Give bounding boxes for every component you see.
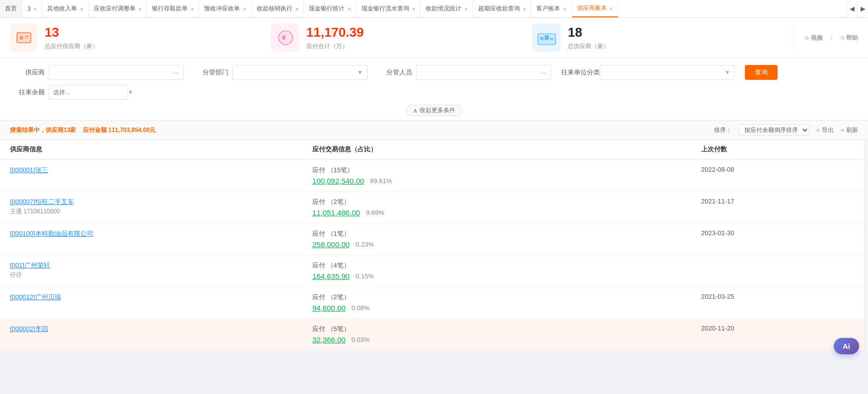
total-suppliers-icon xyxy=(533,24,561,52)
payable-amount-link[interactable]: 164,635.90 xyxy=(312,272,350,280)
collapse-button[interactable]: ∧ 收起更多条件 xyxy=(406,105,463,116)
nav-tab-home[interactable]: 首页 xyxy=(0,0,22,17)
svg-rect-11 xyxy=(540,40,554,40)
supplier-info-cell: [000007]恒旺二手叉车王通 17106110000 xyxy=(0,192,302,223)
summary-card-total-suppliers: 18 总供应商（家） xyxy=(533,24,795,52)
nav-tab-prepay-label: 预收冲应收单 xyxy=(204,4,240,13)
payable-amount-link[interactable]: 32,366.00 xyxy=(312,335,346,344)
nav-tab-overdue-label: 超期应收款查询 xyxy=(478,4,520,13)
person-input-wrapper[interactable]: ··· xyxy=(416,65,551,80)
dept-chevron-icon[interactable]: ▼ xyxy=(357,69,363,76)
refresh-icon: ○ xyxy=(841,127,844,133)
result-actions: 排序： 按应付余额倒序排序 ○ 导出 ○ 刷新 xyxy=(714,125,859,135)
ai-button[interactable]: Ai xyxy=(834,338,859,350)
right-scrollbar[interactable] xyxy=(864,140,868,350)
nav-tab-home-label: 首页 xyxy=(5,4,17,13)
supplier-link[interactable]: [000001]张三 xyxy=(10,166,48,174)
close-icon-adjustment[interactable]: × xyxy=(139,6,142,12)
payable-info-cell: 应付 （5笔）32,366.000.03% xyxy=(302,319,691,350)
close-icon-customer-ledger[interactable]: × xyxy=(563,6,566,12)
nav-tab-cash-flow[interactable]: 现金银行流水查询 × xyxy=(357,0,421,17)
payable-amount-link[interactable]: 11,051,486.00 xyxy=(312,208,360,217)
close-icon-bank-deposit[interactable]: × xyxy=(191,6,194,12)
nav-tab-3[interactable]: 3 × xyxy=(22,0,42,17)
payable-info-cell: 应付 （4笔）164,635.900.15% xyxy=(302,255,691,287)
supplier-link[interactable]: [000012]广州贝瑞 xyxy=(10,293,61,301)
close-icon-other-income[interactable]: × xyxy=(80,6,83,12)
refresh-button[interactable]: ○ 刷新 xyxy=(841,126,858,134)
supplier-link[interactable]: [000007]恒旺二手叉车 xyxy=(10,198,74,205)
supplier-info-cell: [000012]广州贝瑞 xyxy=(0,287,302,319)
col-supplier-info: 供应商信息 xyxy=(0,140,302,159)
nav-tab-supplier-ledger[interactable]: 供应商账本 × xyxy=(572,0,618,17)
balance-input-wrapper[interactable]: ▼ xyxy=(49,85,128,100)
nav-tab-supplier-ledger-label: 供应商账本 xyxy=(577,4,607,12)
svg-rect-9 xyxy=(545,35,549,40)
supplier-info-cell: [000002]李四 xyxy=(0,319,302,350)
close-icon-supplier-ledger[interactable]: × xyxy=(610,5,613,11)
export-button[interactable]: ○ 导出 xyxy=(816,126,834,134)
filter-balance: 往来余额 ▼ xyxy=(10,85,184,100)
supplier-link[interactable]: [000002]李四 xyxy=(10,325,48,332)
main-table: 供应商信息 应付交易信息（占比） 上次付数 [000001]张三应付 （15笔）… xyxy=(0,140,864,350)
dept-input-wrapper[interactable]: ▼ xyxy=(232,65,367,80)
close-icon-collection[interactable]: × xyxy=(295,6,298,12)
result-text-amount: 应付金额 111,703,854.00元 xyxy=(83,127,156,133)
nav-tab-bank-deposit[interactable]: 银行存取款单 × xyxy=(147,0,199,17)
help-link[interactable]: ⊙ 帮助 xyxy=(840,34,858,42)
video-link[interactable]: ⊙ 视频 xyxy=(804,34,822,42)
nav-tab-customer-ledger[interactable]: 客户账本 × xyxy=(531,0,572,17)
supplier-sub-info: 王通 17106110000 xyxy=(10,207,292,216)
nav-tab-overdue[interactable]: 超期应收款查询 × xyxy=(473,0,531,17)
supplier-sub-info: 仔仔 xyxy=(10,271,292,279)
payable-percent: 9.89% xyxy=(366,209,384,216)
summary-info-payable: 13 总应付供应商（家） xyxy=(45,25,98,51)
person-dots-icon[interactable]: ··· xyxy=(541,68,547,76)
supplier-filter-label: 供应商 xyxy=(10,68,45,77)
nav-tab-collection[interactable]: 收款核销执行 × xyxy=(252,0,304,17)
nav-arrows: ◀ ▶ xyxy=(846,0,868,18)
close-icon-3[interactable]: × xyxy=(34,6,37,12)
balance-chevron-icon[interactable]: ▼ xyxy=(128,89,134,96)
close-icon-collection-stats[interactable]: × xyxy=(464,6,467,12)
payable-amount-link[interactable]: 258,000.00 xyxy=(312,240,350,249)
query-button[interactable]: 查询 xyxy=(745,65,778,80)
supplier-link[interactable]: [001]广州荣轩 xyxy=(10,262,50,269)
supplier-input-wrapper[interactable]: ··· xyxy=(49,65,184,80)
col-last-payment: 上次付数 xyxy=(691,140,864,159)
nav-tab-other-income[interactable]: 其他收入单 × xyxy=(42,0,88,17)
supplier-input[interactable] xyxy=(53,69,173,76)
category-input[interactable] xyxy=(604,69,724,76)
nav-next-button[interactable]: ▶ xyxy=(857,0,868,18)
supplier-info-cell: [000001]张三 xyxy=(0,159,302,192)
nav-tab-cash-stats[interactable]: 现金银行统计 × xyxy=(304,0,356,17)
sort-select[interactable]: 按应付余额倒序排序 xyxy=(739,125,809,135)
sort-label: 排序： xyxy=(714,126,732,134)
summary-bar: ¥ 13 总应付供应商（家） ¥ 11,170.39 应付合计（万） xyxy=(0,18,868,58)
balance-input[interactable] xyxy=(53,89,128,96)
dept-input[interactable] xyxy=(237,69,357,76)
close-icon-prepay[interactable]: × xyxy=(243,6,246,12)
close-icon-cash-flow[interactable]: × xyxy=(412,6,415,12)
category-chevron-icon[interactable]: ▼ xyxy=(724,69,730,76)
table-row: [000012]广州贝瑞应付 （2笔）94,600.000.08%2021-03… xyxy=(0,287,864,319)
payable-amount-link[interactable]: 100,092,540.00 xyxy=(312,177,364,185)
export-icon: ○ xyxy=(816,127,820,133)
nav-prev-button[interactable]: ◀ xyxy=(846,0,857,18)
supplier-link[interactable]: [000100]本特勤油品有限公司 xyxy=(10,230,93,237)
payable-percent: 0.08% xyxy=(352,304,370,312)
svg-text:¥: ¥ xyxy=(19,36,23,41)
nav-tab-prepay[interactable]: 预收冲应收单 × xyxy=(199,0,251,17)
filter-category: 往来单位分类 ▼ xyxy=(561,65,735,80)
category-input-wrapper[interactable]: ▼ xyxy=(600,65,735,80)
person-input[interactable] xyxy=(421,69,541,76)
nav-tab-collection-stats[interactable]: 收款情况统计 × xyxy=(421,0,473,17)
payable-amount-link[interactable]: 94,600.00 xyxy=(312,304,346,312)
table-container: 供应商信息 应付交易信息（占比） 上次付数 [000001]张三应付 （15笔）… xyxy=(0,140,868,350)
nav-tab-adjustment[interactable]: 应收应付调整单 × xyxy=(89,0,147,17)
close-icon-cash-stats[interactable]: × xyxy=(348,6,351,12)
svg-text:¥: ¥ xyxy=(282,34,286,41)
svg-rect-0 xyxy=(17,33,31,43)
close-icon-overdue[interactable]: × xyxy=(523,6,526,12)
supplier-dots-icon[interactable]: ··· xyxy=(173,68,179,76)
